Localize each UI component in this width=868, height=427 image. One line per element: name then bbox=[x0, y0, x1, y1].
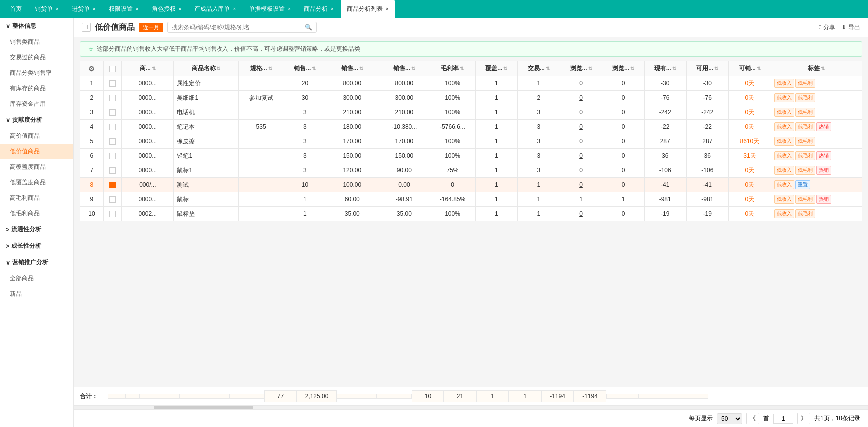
nav-sales-order[interactable]: 销货单 × bbox=[29, 0, 65, 18]
sort-icon[interactable]: ⇅ bbox=[672, 66, 676, 71]
col-sales-amount[interactable]: 销售...⇅ bbox=[378, 61, 430, 76]
browse-link[interactable]: 0 bbox=[579, 80, 583, 87]
sidebar-group-contribution[interactable]: ∨ 贡献度分析 bbox=[0, 112, 73, 128]
row-checkbox[interactable] bbox=[109, 167, 116, 174]
sort-icon[interactable]: ⇅ bbox=[588, 66, 592, 71]
sidebar-item-category-sales-rate[interactable]: 商品分类销售率 bbox=[0, 65, 73, 81]
sort-icon[interactable]: ⇅ bbox=[757, 66, 761, 71]
close-icon[interactable]: × bbox=[179, 6, 182, 12]
browse-link[interactable]: 0 bbox=[579, 167, 583, 174]
col-name[interactable]: 商品名称⇅ bbox=[174, 61, 238, 76]
collapse-sidebar-button[interactable]: 《 bbox=[82, 23, 91, 32]
sort-icon[interactable]: ⇅ bbox=[714, 66, 718, 71]
col-sales-price[interactable]: 销售...⇅ bbox=[326, 61, 378, 76]
row-checkbox[interactable] bbox=[109, 211, 116, 217]
sidebar-item-sales-products[interactable]: 销售类商品 bbox=[0, 34, 73, 50]
sort-icon[interactable]: ⇅ bbox=[268, 66, 272, 71]
sidebar-item-high-coverage[interactable]: 高覆盖度商品 bbox=[0, 159, 73, 175]
sidebar-item-low-margin[interactable]: 低毛利商品 bbox=[0, 206, 73, 221]
sidebar-item-traded-products[interactable]: 交易过的商品 bbox=[0, 50, 73, 65]
sidebar-item-stock-products[interactable]: 有库存的商品 bbox=[0, 81, 73, 96]
row-checkbox[interactable] bbox=[109, 196, 116, 203]
sidebar-item-stock-capital[interactable]: 库存资金占用 bbox=[0, 96, 73, 112]
close-icon[interactable]: × bbox=[288, 6, 291, 12]
sidebar-group-overall[interactable]: ∨ 整体信息 bbox=[0, 18, 73, 34]
row-checkbox[interactable] bbox=[109, 95, 116, 101]
browse-link[interactable]: 0 bbox=[579, 152, 583, 159]
sort-icon[interactable]: ⇅ bbox=[411, 66, 415, 71]
nav-template[interactable]: 单据模板设置 × bbox=[243, 0, 297, 18]
export-button[interactable]: ⬇ 导出 bbox=[841, 23, 860, 32]
close-icon[interactable]: × bbox=[331, 6, 334, 12]
sidebar-item-new-products[interactable]: 新品 bbox=[0, 286, 73, 302]
col-sales-qty[interactable]: 销售...⇅ bbox=[284, 61, 326, 76]
browse-link[interactable]: 0 bbox=[579, 210, 583, 217]
nav-purchase-order[interactable]: 进货单 × bbox=[66, 0, 102, 18]
browse-link[interactable]: 0 bbox=[579, 109, 583, 116]
col-tags[interactable]: 标签⇅ bbox=[771, 61, 862, 76]
sort-icon[interactable]: ⇅ bbox=[630, 66, 634, 71]
select-all-checkbox[interactable] bbox=[109, 66, 116, 72]
sort-icon[interactable]: ⇅ bbox=[152, 66, 156, 71]
row-checkbox[interactable] bbox=[109, 124, 116, 130]
col-browse2[interactable]: 浏览...⇅ bbox=[602, 61, 645, 76]
browse-link[interactable]: 1 bbox=[579, 196, 583, 203]
col-code[interactable]: 商...⇅ bbox=[122, 61, 174, 76]
col-coverage[interactable]: 覆盖...⇅ bbox=[475, 61, 518, 76]
close-icon[interactable]: × bbox=[233, 6, 236, 12]
filter-recent-month-button[interactable]: 近一月 bbox=[139, 23, 163, 32]
last-page-button[interactable]: 》 bbox=[797, 413, 810, 424]
browse-link[interactable]: 0 bbox=[579, 181, 583, 188]
col-spec[interactable]: 规格...⇅ bbox=[238, 61, 284, 76]
close-icon[interactable]: × bbox=[56, 6, 59, 12]
row-checkbox[interactable] bbox=[109, 80, 116, 87]
sidebar-group-marketing[interactable]: ∨ 营销推广分析 bbox=[0, 254, 73, 271]
nav-product-stock[interactable]: 产成品入库单 × bbox=[188, 0, 242, 18]
col-checkbox[interactable] bbox=[103, 61, 121, 76]
row-checkbox[interactable] bbox=[109, 153, 116, 159]
nav-role-auth[interactable]: 角色授权 × bbox=[146, 0, 188, 18]
sidebar-group-liquidity[interactable]: > 流通性分析 bbox=[0, 221, 73, 238]
first-page-button[interactable]: 《 bbox=[746, 413, 759, 424]
nav-product-analysis[interactable]: 商品分析 × bbox=[298, 0, 340, 18]
page-number-input[interactable] bbox=[773, 414, 793, 424]
share-button[interactable]: ⤴ 分享 bbox=[818, 23, 835, 32]
col-sellable[interactable]: 可销...⇅ bbox=[729, 61, 771, 76]
scrollbar-area[interactable] bbox=[74, 405, 868, 409]
browse-link[interactable]: 0 bbox=[579, 94, 583, 101]
sort-icon[interactable]: ⇅ bbox=[503, 66, 507, 71]
per-page-select[interactable]: 50 100 200 bbox=[717, 413, 742, 424]
sidebar-item-low-coverage[interactable]: 低覆盖度商品 bbox=[0, 175, 73, 190]
nav-permission[interactable]: 权限设置 × bbox=[103, 0, 145, 18]
col-margin-rate[interactable]: 毛利率⇅ bbox=[430, 61, 475, 76]
close-icon[interactable]: × bbox=[136, 6, 139, 12]
nav-home[interactable]: 首页 bbox=[4, 0, 28, 18]
nav-product-analysis-list[interactable]: 商品分析列表 × bbox=[341, 0, 395, 18]
sort-icon[interactable]: ⇅ bbox=[460, 66, 464, 71]
sidebar-item-high-margin[interactable]: 高毛利商品 bbox=[0, 190, 73, 206]
sidebar-item-all-products[interactable]: 全部商品 bbox=[0, 271, 73, 286]
row-checkbox[interactable] bbox=[109, 138, 116, 145]
browse-link[interactable]: 0 bbox=[579, 123, 583, 130]
col-transactions[interactable]: 交易...⇅ bbox=[518, 61, 560, 76]
gear-icon[interactable]: ⚙ bbox=[88, 65, 95, 73]
col-settings[interactable]: ⚙ bbox=[80, 61, 104, 76]
sort-icon[interactable]: ⇅ bbox=[312, 66, 316, 71]
row-checkbox[interactable] bbox=[109, 182, 116, 188]
sidebar-group-growth[interactable]: > 成长性分析 bbox=[0, 238, 73, 254]
sidebar-item-high-value[interactable]: 高价值商品 bbox=[0, 128, 73, 144]
sort-icon[interactable]: ⇅ bbox=[821, 66, 825, 71]
close-icon[interactable]: × bbox=[386, 6, 389, 12]
search-icon[interactable]: 🔍 bbox=[305, 24, 312, 31]
row-checkbox[interactable] bbox=[109, 109, 116, 116]
browse-link[interactable]: 0 bbox=[579, 138, 583, 145]
sort-icon[interactable]: ⇅ bbox=[546, 66, 550, 71]
sort-icon[interactable]: ⇅ bbox=[359, 66, 363, 71]
col-browse1[interactable]: 浏览...⇅ bbox=[560, 61, 602, 76]
close-icon[interactable]: × bbox=[93, 6, 96, 12]
sort-icon[interactable]: ⇅ bbox=[217, 66, 220, 71]
sidebar-item-low-value[interactable]: 低价值商品 bbox=[0, 144, 73, 159]
col-available[interactable]: 可用...⇅ bbox=[686, 61, 729, 76]
col-current-stock[interactable]: 现有...⇅ bbox=[644, 61, 686, 76]
search-input[interactable] bbox=[172, 24, 303, 31]
